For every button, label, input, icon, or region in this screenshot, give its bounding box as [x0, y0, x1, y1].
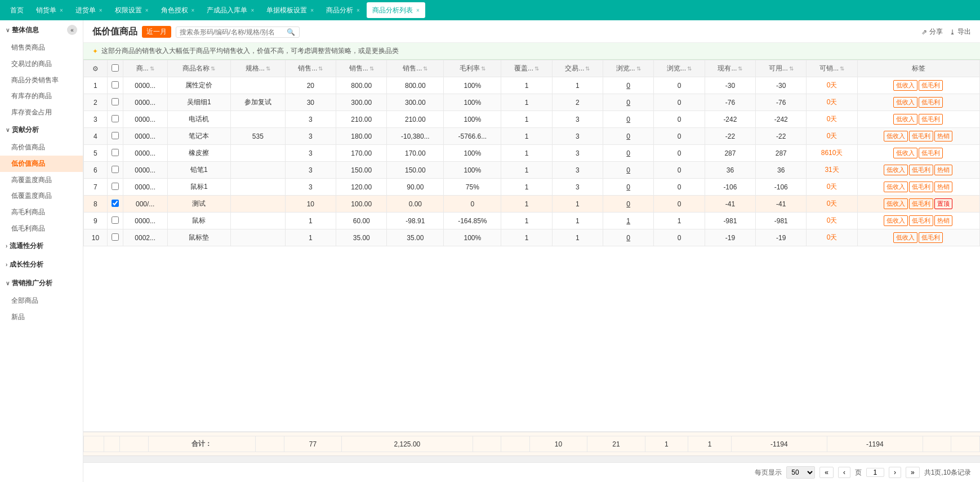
row-checkbox[interactable]: [112, 200, 119, 207]
th-sales-amount: 销售...⇅: [336, 60, 387, 77]
last-page-button[interactable]: »: [906, 467, 920, 478]
nav-close-icon[interactable]: ×: [145, 7, 149, 14]
sidebar-item-traded-products[interactable]: 交易过的商品: [0, 56, 83, 72]
sidebar-item-low-value[interactable]: 低价值商品: [0, 156, 83, 172]
nav-close-icon[interactable]: ×: [60, 7, 63, 14]
cell-sales-qty: 3: [285, 145, 336, 162]
row-checkbox[interactable]: [112, 98, 119, 105]
nav-product-analysis[interactable]: 商品分析 ×: [320, 2, 366, 18]
cell-no: 7: [84, 179, 108, 196]
cell-sellable-days: 0天: [807, 213, 857, 229]
sidebar-item-stock-capital[interactable]: 库存资金占用: [0, 104, 83, 121]
chevron-down-icon: ∨: [6, 280, 10, 286]
sidebar-group-contribution[interactable]: ∨ 贡献分析: [0, 121, 83, 139]
page-number-input[interactable]: [866, 468, 884, 477]
sidebar-item-new-products[interactable]: 新品: [0, 309, 83, 325]
chevron-down-icon: ∨: [6, 27, 10, 33]
nav-product-instock[interactable]: 产成品入库单 ×: [201, 2, 260, 18]
cell-coverage: 1: [501, 213, 552, 229]
tag-badge: 热销: [934, 182, 952, 192]
row-checkbox[interactable]: [112, 149, 119, 156]
sidebar-collapse-btn[interactable]: «: [67, 25, 77, 35]
search-box: 🔍: [176, 26, 300, 38]
cell-name: 鼠标1: [167, 179, 231, 196]
th-settings[interactable]: ⚙: [84, 60, 108, 77]
cell-code: 0000...: [123, 94, 167, 111]
cell-current-stock: -22: [705, 128, 755, 145]
share-button[interactable]: ⇗ 分享: [921, 27, 943, 37]
cell-no: 1: [84, 77, 108, 94]
row-checkbox[interactable]: [112, 166, 119, 173]
th-transactions: 交易...⇅: [552, 60, 603, 77]
cell-tags: 低收入低毛利: [857, 77, 979, 94]
cell-sellable-days: 0天: [807, 111, 857, 128]
nav-close-icon[interactable]: ×: [310, 7, 314, 14]
sidebar-group-overall[interactable]: ∨ 整体信息 «: [0, 20, 83, 39]
sidebar-item-stocked-products[interactable]: 有库存的商品: [0, 88, 83, 104]
cell-views1[interactable]: 1: [603, 213, 654, 229]
tag-badge: 低收入: [884, 215, 908, 226]
nav-template-settings[interactable]: 单据模板设置 ×: [261, 2, 319, 18]
cell-views1[interactable]: 0: [603, 77, 654, 94]
nav-permission-settings[interactable]: 权限设置 ×: [109, 2, 154, 18]
table-row: 3 0000... 电话机 3 210.00 210.00 100% 1 3 0…: [84, 111, 980, 128]
sidebar: ∨ 整体信息 « 销售类商品 交易过的商品 商品分类销售率 有库存的商品 库存资…: [0, 20, 83, 482]
search-icon[interactable]: 🔍: [287, 28, 295, 36]
cell-views2: 0: [654, 229, 705, 246]
sidebar-group-liquidity[interactable]: › 流通性分析: [0, 237, 83, 255]
cell-spec: [231, 145, 286, 162]
cell-sales-qty: 3: [285, 179, 336, 196]
table-row: 2 0000... 吴细细1 参加复试 30 300.00 300.00 100…: [84, 94, 980, 111]
first-page-button[interactable]: «: [819, 467, 834, 478]
nav-home[interactable]: 首页: [5, 2, 29, 18]
sidebar-item-low-coverage[interactable]: 低覆盖度商品: [0, 188, 83, 204]
next-page-button[interactable]: ›: [889, 467, 901, 478]
sidebar-item-high-margin[interactable]: 高毛利商品: [0, 204, 83, 220]
page-size-label: 每页显示: [755, 468, 782, 477]
nav-sales-order[interactable]: 销货单 ×: [30, 2, 69, 18]
nav-close-icon[interactable]: ×: [416, 7, 420, 14]
nav-product-analysis-list[interactable]: 商品分析列表 ×: [367, 2, 425, 18]
sidebar-group-growth[interactable]: › 成长性分析: [0, 255, 83, 274]
sidebar-item-sales-products[interactable]: 销售类商品: [0, 39, 83, 56]
share-icon: ⇗: [921, 28, 927, 36]
page-size-select[interactable]: 50 100 200: [786, 466, 815, 479]
prev-page-button[interactable]: ‹: [838, 467, 850, 478]
cell-current-stock: -76: [705, 94, 755, 111]
nav-close-icon[interactable]: ×: [251, 7, 254, 14]
cell-views1[interactable]: 0: [603, 111, 654, 128]
tag-badge: 热销: [934, 165, 952, 175]
cell-views1[interactable]: 0: [603, 179, 654, 196]
search-input[interactable]: [180, 28, 287, 36]
sidebar-item-category-sales-rate[interactable]: 商品分类销售率: [0, 72, 83, 89]
sidebar-item-all-products[interactable]: 全部商品: [0, 293, 83, 309]
cell-views1[interactable]: 0: [603, 128, 654, 145]
row-checkbox[interactable]: [112, 233, 119, 241]
sidebar-item-low-margin[interactable]: 低毛利商品: [0, 220, 83, 237]
nav-role-auth[interactable]: 角色授权 ×: [155, 2, 201, 18]
cell-views1[interactable]: 0: [603, 145, 654, 162]
cell-sales-cost: 300.00: [387, 94, 444, 111]
export-button[interactable]: ⤓ 导出: [950, 27, 971, 37]
table-container: ⚙ 商...⇅ 商品名称⇅ 规格...⇅ 销售...⇅ 销售...⇅ 销售...…: [83, 60, 980, 431]
row-checkbox[interactable]: [112, 132, 119, 139]
cell-views1[interactable]: 0: [603, 94, 654, 111]
nav-close-icon[interactable]: ×: [99, 7, 103, 14]
sidebar-item-high-coverage[interactable]: 高覆盖度商品: [0, 172, 83, 188]
time-filter-button[interactable]: 近一月: [142, 26, 171, 38]
cell-sales-cost: 210.00: [387, 111, 444, 128]
cell-views1[interactable]: 0: [603, 196, 654, 213]
row-checkbox[interactable]: [112, 115, 119, 122]
nav-close-icon[interactable]: ×: [191, 7, 195, 14]
select-all-checkbox[interactable]: [112, 64, 119, 72]
cell-views1[interactable]: 0: [603, 162, 654, 179]
nav-purchase-order[interactable]: 进货单 ×: [70, 2, 108, 18]
cell-sellable-days: 0天: [807, 179, 857, 196]
row-checkbox[interactable]: [112, 81, 119, 89]
nav-close-icon[interactable]: ×: [357, 7, 360, 14]
sidebar-group-marketing[interactable]: ∨ 营销推广分析: [0, 274, 83, 293]
sidebar-item-high-value[interactable]: 高价值商品: [0, 139, 83, 156]
cell-views1[interactable]: 0: [603, 229, 654, 246]
row-checkbox[interactable]: [112, 183, 119, 190]
row-checkbox[interactable]: [112, 216, 119, 224]
